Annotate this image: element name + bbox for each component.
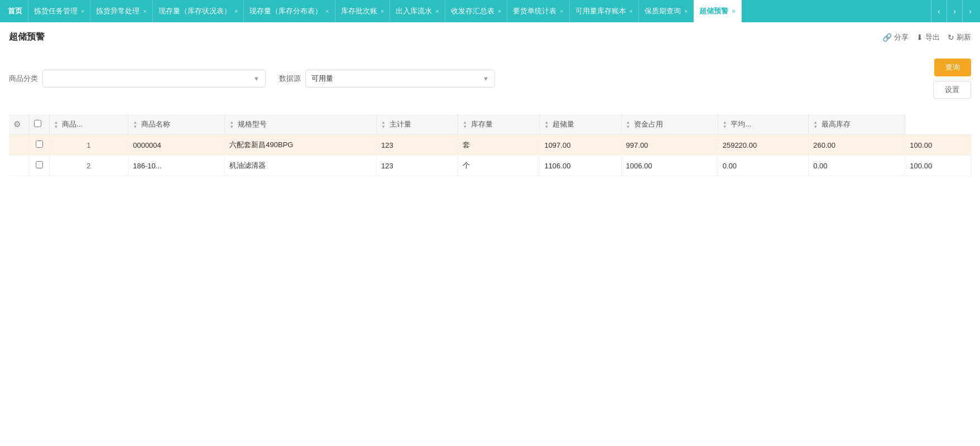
col-max[interactable]: ▲▼ 最高库存: [809, 114, 905, 135]
refresh-action[interactable]: ↻ 刷新: [948, 32, 971, 42]
row-check-cell: [29, 156, 49, 176]
row-avg-cell: 260.00: [809, 135, 905, 156]
page-header: 超储预警 🔗 分享 ⬇ 导出 ↻ 刷新: [9, 31, 971, 43]
close-icon[interactable]: ×: [234, 8, 238, 14]
select-all-checkbox[interactable]: [34, 120, 41, 127]
filter-buttons: 查询 设置: [933, 59, 971, 99]
page-content: 超储预警 🔗 分享 ⬇ 导出 ↻ 刷新 商品分类 ▼ 数据源: [0, 22, 980, 446]
nav-tab-abnormal[interactable]: 拣货异常处理 ×: [90, 0, 152, 22]
export-icon: ⬇: [916, 33, 923, 42]
datasource-filter: 数据源 可用量 ▼: [279, 70, 495, 88]
row-name-cell: 六配套新昌490BPG: [225, 135, 377, 156]
chevron-down-icon: ▼: [483, 75, 489, 82]
sort-arrows-icon: ▲▼: [723, 120, 727, 129]
row-name-cell: 机油滤清器: [225, 156, 377, 176]
nav-tab-stock-dist[interactable]: 现存量（库存分布表） ×: [244, 0, 335, 22]
sort-arrows-icon: ▲▼: [133, 120, 137, 129]
nav-tab-order-stat[interactable]: 要货单统计表 ×: [507, 0, 569, 22]
col-settings: ⚙: [9, 114, 29, 135]
share-action[interactable]: 🔗 分享: [882, 32, 909, 42]
row-code-cell: 186-10...: [128, 156, 225, 176]
row-checkbox[interactable]: [36, 161, 43, 168]
share-icon: 🔗: [882, 33, 892, 42]
row-max-cell: 100.00: [905, 135, 971, 156]
row-checkbox[interactable]: [36, 140, 43, 148]
gear-icon[interactable]: ⚙: [13, 119, 21, 129]
col-check: [29, 114, 49, 135]
table-row: 1 0000004 六配套新昌490BPG 123 套 1097.00 997.…: [9, 135, 971, 156]
row-check-cell: [29, 135, 49, 156]
page-title: 超储预警: [9, 31, 45, 43]
sort-arrows-icon: ▲▼: [463, 120, 467, 129]
nav-tab-batch[interactable]: 库存批次账 ×: [335, 0, 390, 22]
close-icon[interactable]: ×: [381, 8, 384, 14]
nav-tab-home[interactable]: 首页: [2, 0, 28, 22]
row-stock-cell: 1097.00: [540, 135, 621, 156]
col-code[interactable]: ▲▼ 商品...: [49, 114, 128, 135]
nav-arrows: ‹ › ›: [931, 0, 978, 22]
col-capital[interactable]: ▲▼ 资金占用: [621, 114, 718, 135]
nav-tab-available[interactable]: 可用量库存账本 ×: [570, 0, 639, 22]
table-row: 2 186-10... 机油滤清器 123 个 1106.00 1006.00 …: [9, 156, 971, 176]
close-icon[interactable]: ×: [81, 8, 84, 14]
col-name[interactable]: ▲▼ 商品名称: [128, 114, 225, 135]
col-unit[interactable]: ▲▼ 主计量: [377, 114, 458, 135]
row-stock-cell: 1106.00: [540, 156, 621, 176]
nav-tab-inout[interactable]: 出入库流水 ×: [390, 0, 445, 22]
datasource-select[interactable]: 可用量 ▼: [305, 70, 495, 88]
close-icon[interactable]: ×: [325, 8, 329, 14]
data-table: ⚙ ▲▼ 商品... ▲▼ 商品名称 ▲▼ 规格型号 ▲▼: [9, 114, 971, 176]
nav-tab-stock-status[interactable]: 现存量（库存状况表） ×: [153, 0, 244, 22]
row-avg-cell: 0.00: [809, 156, 905, 176]
datasource-select-value: 可用量: [311, 74, 333, 84]
row-code-cell: 0000004: [128, 135, 225, 156]
close-icon[interactable]: ×: [435, 8, 439, 14]
chevron-down-icon: ▼: [253, 75, 260, 82]
nav-tab-quality[interactable]: 保质期查询 ×: [639, 0, 694, 22]
col-overstock[interactable]: ▲▼ 超储量: [540, 114, 621, 135]
table-header-row: ⚙ ▲▼ 商品... ▲▼ 商品名称 ▲▼ 规格型号 ▲▼: [9, 114, 971, 135]
row-spec-cell: 123: [377, 135, 458, 156]
col-spec[interactable]: ▲▼ 规格型号: [225, 114, 377, 135]
close-icon[interactable]: ×: [143, 8, 146, 14]
query-button[interactable]: 查询: [934, 59, 971, 76]
sort-arrows-icon: ▲▼: [813, 120, 818, 129]
nav-tab-overstock[interactable]: 超储预警 ×: [694, 0, 741, 22]
col-avg[interactable]: ▲▼ 平均...: [718, 114, 809, 135]
row-capital-cell: 0.00: [718, 156, 809, 176]
row-settings-cell: [9, 135, 29, 156]
row-max-cell: 100.00: [905, 156, 971, 176]
col-stock[interactable]: ▲▼ 库存量: [458, 114, 540, 135]
sort-arrows-icon: ▲▼: [54, 120, 59, 129]
nav-tab-collect[interactable]: 收发存汇总表 ×: [445, 0, 507, 22]
row-overstock-cell: 1006.00: [621, 156, 718, 176]
close-icon[interactable]: ×: [630, 8, 633, 14]
row-settings-cell: [9, 156, 29, 176]
nav-prev-button[interactable]: ‹: [931, 0, 947, 22]
nav-tab-task[interactable]: 拣货任务管理 ×: [28, 0, 90, 22]
category-label: 商品分类: [9, 74, 38, 84]
category-select[interactable]: ▼: [42, 70, 266, 88]
nav-next-button[interactable]: ›: [947, 0, 962, 22]
sort-arrows-icon: ▲▼: [229, 120, 234, 129]
row-unit-cell: 套: [458, 135, 540, 156]
datasource-label: 数据源: [279, 74, 301, 84]
sort-arrows-icon: ▲▼: [544, 120, 549, 129]
top-nav: 首页 拣货任务管理 × 拣货异常处理 × 现存量（库存状况表） × 现存量（库存…: [0, 0, 980, 22]
sort-arrows-icon: ▲▼: [381, 120, 386, 129]
close-icon[interactable]: ×: [560, 8, 563, 14]
category-filter: 商品分类 ▼: [9, 70, 266, 88]
close-icon[interactable]: ×: [684, 8, 688, 14]
sort-arrows-icon: ▲▼: [626, 120, 631, 129]
row-index-cell: 1: [49, 135, 128, 156]
close-icon[interactable]: ×: [498, 8, 501, 14]
settings-button[interactable]: 设置: [933, 81, 971, 99]
nav-menu-button[interactable]: ›: [962, 0, 978, 22]
row-unit-cell: 个: [458, 156, 540, 176]
filter-row: 商品分类 ▼ 数据源 可用量 ▼ 查询 设置: [9, 52, 971, 105]
close-icon[interactable]: ×: [732, 8, 735, 14]
refresh-icon: ↻: [948, 33, 954, 42]
header-actions: 🔗 分享 ⬇ 导出 ↻ 刷新: [882, 32, 971, 42]
export-action[interactable]: ⬇ 导出: [916, 32, 940, 42]
row-capital-cell: 259220.00: [718, 135, 809, 156]
